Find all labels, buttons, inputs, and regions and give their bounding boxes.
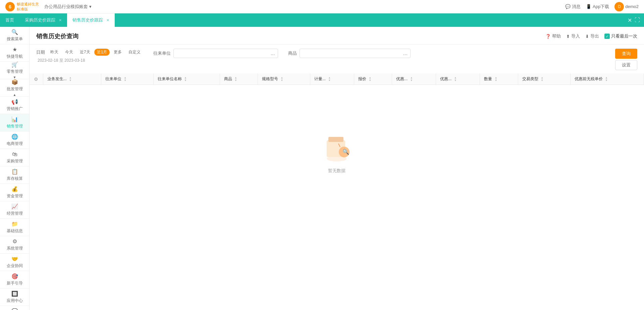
message-btn[interactable]: 💬 消息 [565, 4, 581, 10]
page-header-actions: ❓ 帮助 ⬆ 导入 ⬇ 导出 ✓ 只看最后一次 [545, 33, 637, 39]
sort-product[interactable]: ▲ ▼ [234, 76, 237, 82]
sidebar-item-ecommerce[interactable]: 🌐 电商管理 [0, 132, 29, 149]
tab-bar: 首页 采购历史价跟踪 ✕ 销售历史价跟踪 ✕ ✕ ⛶ [0, 13, 644, 27]
sort-spec[interactable]: ▲ ▼ [281, 76, 283, 82]
sidebar-item-system[interactable]: ⚙ 系统管理 [0, 236, 29, 254]
th-qty: 数量 ▲ ▼ [480, 73, 518, 85]
sort-pre-tax-price[interactable]: ▲ ▼ [605, 76, 608, 82]
close-all-tabs-btn[interactable]: ✕ [628, 17, 632, 23]
product-input[interactable]: ... [300, 49, 411, 58]
date-option-last7[interactable]: 近7天 [77, 49, 93, 56]
top-bar-right: 💬 消息 📱 App下载 D demo2 [565, 2, 639, 11]
query-button[interactable]: 查询 [615, 49, 637, 59]
sidebar-item-wholesale-mgmt[interactable]: 📦 批发管理 ▲ [0, 79, 29, 97]
tab-purchase-history-close[interactable]: ✕ [59, 18, 62, 22]
export-btn[interactable]: ⬇ 导出 [585, 33, 599, 39]
tab-purchase-history[interactable]: 采购历史价跟踪 ✕ [19, 13, 67, 27]
counterpart-input-field[interactable] [176, 51, 270, 56]
empty-icon: 🔍 [320, 130, 354, 164]
app-selector[interactable]: 办公用品行业模拟账套 ▾ [42, 2, 94, 11]
empty-text: 暂无数据 [328, 168, 345, 174]
svg-text:🔍: 🔍 [342, 149, 349, 155]
content-area: 销售历史价查询 ❓ 帮助 ⬆ 导入 ⬇ 导出 ✓ 只看最后一次 [30, 27, 644, 310]
counterpart-filter-group: 往来单位 ... [153, 49, 278, 58]
counterpart-filter-col: 往来单位 ... [153, 49, 278, 58]
sidebar-item-operations[interactable]: 📈 经营管理 [0, 201, 29, 219]
sidebar-item-purchase-mgmt[interactable]: 🛍 采购管理 [0, 149, 29, 166]
ecommerce-icon: 🌐 [11, 134, 18, 140]
sort-trade-type[interactable]: ▲ ▼ [541, 76, 543, 82]
sidebar-item-finance[interactable]: 💰 资金管理 [0, 184, 29, 201]
page-header: 销售历史价查询 ❓ 帮助 ⬆ 导入 ⬇ 导出 ✓ 只看最后一次 [30, 27, 644, 45]
sidebar-item-newbie[interactable]: 🎯 新手引导 [0, 271, 29, 289]
user-avatar-area[interactable]: D demo2 [614, 2, 639, 11]
th-counterpart-name: 往来单位名称 ▲ ▼ [153, 73, 220, 85]
expand-btn[interactable]: ⛶ [635, 17, 640, 23]
tab-sales-history[interactable]: 销售历史价跟踪 ✕ [67, 13, 115, 27]
settings-button[interactable]: 设置 [615, 60, 637, 70]
finance-icon: 💰 [11, 186, 18, 192]
date-option-custom[interactable]: 自定义 [126, 49, 143, 56]
basic-info-icon: 📁 [11, 221, 18, 227]
help-btn[interactable]: ❓ 帮助 [545, 33, 561, 39]
th-pre-tax-price: 优惠前无税单价 ▲ ▼ [570, 73, 644, 85]
date-option-last1m[interactable]: 近1月 [94, 49, 110, 56]
sort-quote[interactable]: ▲ ▼ [369, 76, 371, 82]
only-last-checkbox[interactable]: ✓ 只看最后一次 [604, 33, 637, 39]
date-filter-col: 日期 昨天 今天 近7天 近1月 更多 自定义 2023-02-18 至 202… [36, 49, 143, 63]
svg-rect-2 [328, 137, 343, 142]
counterpart-input-dots[interactable]: ... [270, 50, 275, 56]
tab-sales-history-close[interactable]: ✕ [106, 18, 109, 22]
th-discount1: 优惠... ▲ ▼ [392, 73, 436, 85]
inventory-icon: 📋 [11, 168, 18, 175]
system-icon: ⚙ [12, 238, 17, 245]
top-bar: 6 畅捷通好生意 标准版 办公用品行业模拟账套 ▾ 💬 消息 📱 App下载 D… [0, 0, 644, 13]
sidebar-item-quick-nav[interactable]: ★ 快捷导航 [0, 44, 29, 62]
date-option-today[interactable]: 今天 [62, 49, 76, 56]
counterpart-input[interactable]: ... [173, 49, 278, 58]
tab-home[interactable]: 首页 [0, 13, 19, 27]
checkbox-checked-icon: ✓ [604, 34, 610, 39]
wholesale-mgmt-icon: 📦 [11, 79, 18, 85]
sort-unit[interactable]: ▲ ▼ [328, 76, 331, 82]
sort-counterpart-name[interactable]: ▲ ▼ [184, 76, 187, 82]
sidebar-item-sales-mgmt[interactable]: 📊 销售管理 [0, 114, 29, 132]
product-filter-col: 商品 ... [288, 49, 411, 58]
table-header-row: ⚙ 业务发生... ▲ ▼ 往来单位 ▲ [30, 73, 644, 85]
sort-qty[interactable]: ▲ ▼ [495, 76, 497, 82]
sidebar-item-enterprise-wechat[interactable]: 💬 企业微信 [0, 306, 29, 310]
sidebar-item-search-menu[interactable]: 🔍 搜索菜单 [0, 27, 29, 44]
th-product: 商品 ▲ ▼ [220, 73, 258, 85]
th-discount2: 优惠... ▲ ▼ [436, 73, 480, 85]
app-download-btn[interactable]: 📱 App下载 [586, 4, 609, 10]
sidebar-item-basic-info[interactable]: 📁 基础信息 [0, 219, 29, 236]
sort-discount2[interactable]: ▲ ▼ [454, 76, 457, 82]
import-btn[interactable]: ⬆ 导入 [566, 33, 580, 39]
date-filter-label: 日期 [36, 49, 45, 55]
sidebar-item-marketing[interactable]: 📢 营销推广 [0, 97, 29, 114]
sidebar-item-inventory[interactable]: 📋 库存核算 [0, 166, 29, 184]
th-trade-type: 交易类型 ▲ ▼ [518, 73, 570, 85]
marketing-icon: 📢 [11, 99, 18, 105]
date-option-more[interactable]: 更多 [111, 49, 124, 56]
date-option-yesterday[interactable]: 昨天 [48, 49, 61, 56]
quick-nav-icon: ★ [12, 46, 17, 53]
gear-icon[interactable]: ⚙ [34, 76, 38, 82]
sort-biz-date[interactable]: ▲ ▼ [69, 76, 72, 82]
product-input-field[interactable] [303, 51, 403, 56]
sort-discount1[interactable]: ▲ ▼ [410, 76, 413, 82]
filter-section-row: 日期 昨天 今天 近7天 近1月 更多 自定义 2023-02-18 至 202… [36, 49, 637, 73]
product-input-dots[interactable]: ... [403, 50, 408, 56]
purchase-mgmt-icon: 🛍 [12, 151, 17, 157]
enterprise-collab-icon: 🤝 [11, 256, 18, 262]
th-counterpart: 往来单位 ▲ ▼ [101, 73, 153, 85]
sidebar-item-retail-mgmt[interactable]: 🛒 零售管理 ▼ [0, 62, 29, 79]
sort-counterpart[interactable]: ▲ ▼ [124, 76, 126, 82]
search-menu-icon: 🔍 [11, 29, 18, 35]
page-title: 销售历史价查询 [36, 32, 78, 40]
sidebar-item-enterprise-collab[interactable]: 🤝 企业协同 [0, 254, 29, 271]
top-bar-left: 6 畅捷通好生意 标准版 办公用品行业模拟账套 ▾ [5, 2, 94, 11]
retail-mgmt-icon: 🛒 [11, 61, 18, 68]
sidebar-item-app-center[interactable]: 🔲 应用中心 [0, 289, 29, 306]
logo-icon: 6 [5, 2, 15, 11]
